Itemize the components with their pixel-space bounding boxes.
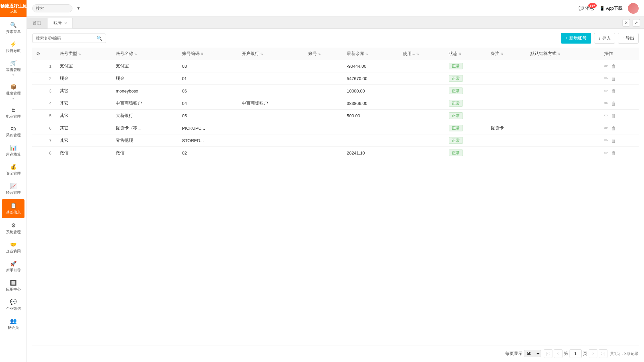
content-search-box[interactable]: 🔍 [32,34,106,43]
content-search-input[interactable] [36,36,97,41]
table-col-type[interactable]: 账号类型⇅ [56,48,112,60]
row-settings-cell [32,85,44,97]
sidebar-item-库存核算[interactable]: 📊库存核算 [0,141,26,160]
row-account [305,97,343,110]
tab-close-icon[interactable]: ✕ [64,21,67,25]
edit-icon[interactable]: ✏ [604,150,608,156]
total-info: 共1页，8条记录 [610,351,639,357]
row-balance: 500.00 [343,110,399,122]
sidebar-item-应用中心[interactable]: 🔲应用中心 [0,276,26,295]
sidebar-item-企业微信[interactable]: 💬企业微信 [0,295,26,314]
page-prev-btn[interactable]: < [554,349,562,358]
sidebar-item-企业协同[interactable]: 🤝企业协同 [0,238,26,257]
row-action: ✏ 🗑 [601,60,639,72]
chevron-right-icon: ▾ [12,73,14,77]
table-col-name[interactable]: 账号名称⇅ [112,48,178,60]
sidebar-item-基础信息[interactable]: 📋基础信息 [2,199,24,218]
sidebar-item-快捷导航[interactable]: ⚡快捷导航 [0,38,26,57]
row-status: 正常 [445,72,487,85]
row-code: 05 [179,110,239,122]
sidebar-item-电商管理[interactable]: 🖥电商管理 [0,104,26,122]
page-first-btn[interactable]: |< [544,349,552,358]
message-badge: 99+ [588,3,597,8]
export-label: 导出 [626,35,634,41]
delete-icon[interactable]: 🗑 [611,113,616,119]
sidebar-item-畅会员[interactable]: 👥畅会员 [0,314,26,334]
row-code: 01 [179,72,239,85]
delete-icon[interactable]: 🗑 [611,101,616,106]
tab-maximize-btn[interactable]: ⤢ [633,19,640,26]
row-account [305,85,343,97]
table-row: 7 其它 零售抵现 STORED... 正常 ✏ 🗑 [32,134,639,147]
edit-icon[interactable]: ✏ [604,125,608,131]
topbar-search-box[interactable] [32,4,72,12]
sidebar-item-搜索菜单[interactable]: 🔍搜索菜单 [0,18,26,38]
sidebar-item-label: 基础信息 [6,210,21,215]
row-type: 现金 [56,72,112,85]
table-col-code[interactable]: 账号编码⇅ [179,48,239,60]
row-bank [238,72,305,85]
table-col-remark[interactable]: 备注⇅ [487,48,527,60]
table-col-account[interactable]: 账号⇅ [305,48,343,60]
row-settings-cell [32,97,44,110]
tab-close-all-btn[interactable]: ✕ [623,19,630,26]
row-name: 中百商场账户 [112,97,178,110]
row-settlement [527,110,601,122]
sidebar-item-批发管理[interactable]: 📦批发管理▾ [0,80,26,104]
row-status: 正常 [445,134,487,147]
edit-icon[interactable]: ✏ [604,63,608,69]
content-toolbar: 🔍 + 新增账号 ↓ 导入 ↑ 导出 [32,33,639,44]
table-row: 1 支付宝 支付宝 03 -90444.00 正常 ✏ 🗑 [32,60,639,72]
topbar-dropdown[interactable]: ▼ [76,6,80,11]
edit-icon[interactable]: ✏ [604,137,608,143]
row-code: 03 [179,60,239,72]
edit-icon[interactable]: ✏ [604,113,608,119]
delete-icon[interactable]: 🗑 [611,138,616,143]
delete-icon[interactable]: 🗑 [611,88,616,94]
user-avatar[interactable] [628,3,639,14]
import-btn[interactable]: ↓ 导入 [594,33,615,44]
page-next-btn[interactable]: > [589,349,597,358]
table-col-balance[interactable]: 最新余额⇅ [343,48,399,60]
table-settings-col[interactable]: ⚙ [32,48,44,60]
page-input[interactable] [570,349,582,358]
edit-icon[interactable]: ✏ [604,100,608,106]
sidebar-icon: 📈 [10,183,17,189]
sidebar-item-系统管理[interactable]: ⚙系统管理 [0,219,26,238]
table-col-settlement[interactable]: 默认结算方式⇅ [527,48,601,60]
topbar-message-btn[interactable]: 💬 消息 99+ [579,5,594,11]
topbar-left: ▼ [32,4,80,12]
chevron-down-icon: ▼ [76,6,80,11]
sidebar-item-资金管理[interactable]: 💰资金管理 [0,160,26,179]
sidebar-item-采购管理[interactable]: 🛍采购管理 [0,122,26,141]
add-account-btn[interactable]: + 新增账号 [561,33,591,44]
sidebar-icon: 📊 [10,144,17,151]
table-col-status[interactable]: 状态⇅ [445,48,487,60]
export-btn[interactable]: ↑ 导出 [618,33,639,44]
delete-icon[interactable]: 🗑 [611,63,616,69]
sidebar-item-经营管理[interactable]: 📈经营管理 [0,179,26,198]
accounts-table: ⚙ 账号类型⇅ 账号名称⇅ 账号编码⇅ 开户银行⇅ 账号⇅ 最新余额⇅ 使用..… [32,48,639,159]
row-account [305,110,343,122]
row-num: 1 [44,60,56,72]
tab-account[interactable]: 账号 ✕ [48,18,73,28]
sidebar-icon: ⚡ [10,41,17,47]
page-suffix: 页 [583,351,587,357]
edit-icon[interactable]: ✏ [604,75,608,81]
delete-icon[interactable]: 🗑 [611,76,616,81]
per-page-select[interactable]: 50 100 [524,350,541,357]
topbar-search-input[interactable] [36,6,63,11]
topbar-app-download[interactable]: 📱 App下载 [599,5,623,11]
table-col-bank[interactable]: 开户银行⇅ [238,48,305,60]
sidebar-item-零售管理[interactable]: 🛒零售管理▾ [0,57,26,80]
sidebar-icon: ⚙ [11,222,16,229]
edit-icon[interactable]: ✏ [604,88,608,94]
tab-home[interactable]: 首页 [27,18,47,28]
delete-icon[interactable]: 🗑 [611,150,616,156]
delete-icon[interactable]: 🗑 [611,125,616,131]
sidebar-item-新手引导[interactable]: 🚀新手引导 [0,257,26,276]
row-account [305,122,343,134]
table-col-usage[interactable]: 使用...⇅ [399,48,445,60]
page-last-btn[interactable]: >| [599,349,607,358]
row-action: ✏ 🗑 [601,97,639,110]
